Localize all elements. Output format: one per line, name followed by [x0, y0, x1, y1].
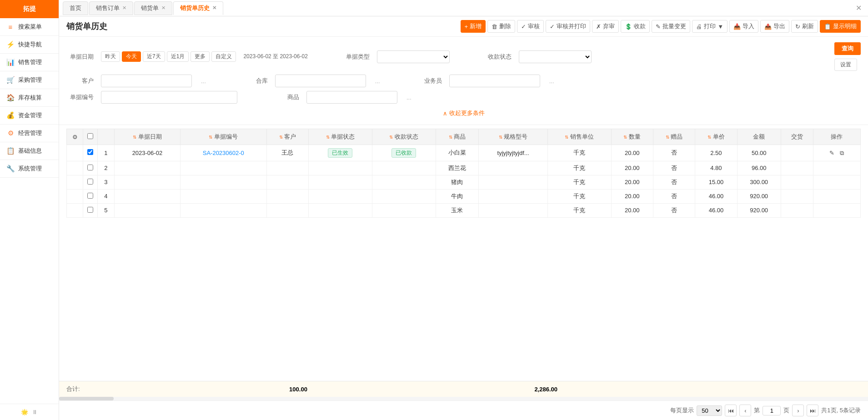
- doc-type-select[interactable]: [377, 50, 450, 63]
- tab-sales-order-close[interactable]: ✕: [122, 5, 126, 11]
- date-btn-7days[interactable]: 近7天: [143, 51, 165, 62]
- td-checkbox[interactable]: [83, 189, 98, 203]
- customer-dots[interactable]: ...: [201, 78, 206, 85]
- td-doc-no[interactable]: [180, 175, 266, 189]
- close-all-tabs-button[interactable]: ✕: [853, 4, 864, 12]
- audit-print-button[interactable]: ✓ 审核并打印: [546, 20, 590, 33]
- th-price[interactable]: ⇅ 单价: [695, 129, 737, 145]
- tab-delivery[interactable]: 销货单 ✕: [134, 1, 172, 15]
- row-checkbox[interactable]: [87, 179, 93, 185]
- th-doc-date[interactable]: ⇅ 单据日期: [114, 129, 180, 145]
- tab-sales-order[interactable]: 销售订单 ✕: [89, 1, 133, 15]
- operations-icon: ⚙: [6, 129, 15, 137]
- query-button[interactable]: 查询: [834, 42, 861, 55]
- date-btn-more[interactable]: 更多: [191, 51, 210, 62]
- audit-button[interactable]: ✓ 审核: [517, 20, 544, 33]
- tab-home[interactable]: 首页: [63, 1, 88, 15]
- date-btn-yesterday[interactable]: 昨天: [101, 51, 120, 62]
- purchase-icon: 🛒: [6, 76, 15, 84]
- td-checkbox[interactable]: [83, 203, 98, 217]
- th-qty[interactable]: ⇅ 数量: [611, 129, 653, 145]
- goods-dots[interactable]: ...: [406, 94, 411, 101]
- td-doc-no[interactable]: [180, 203, 266, 217]
- copy-action-button[interactable]: ⧉: [837, 148, 847, 158]
- page-input[interactable]: [763, 406, 781, 415]
- refresh-button[interactable]: ↻ 刷新: [791, 20, 818, 33]
- row-checkbox[interactable]: [87, 165, 93, 170]
- th-unit[interactable]: ⇅ 销售单位: [547, 129, 611, 145]
- date-btn-custom[interactable]: 自定义: [211, 51, 236, 62]
- th-customer[interactable]: ⇅ 客户: [266, 129, 308, 145]
- print-button[interactable]: 🖨 打印 ▼: [692, 20, 728, 33]
- tab-delivery-history-close[interactable]: ✕: [212, 5, 216, 11]
- td-action[interactable]: [813, 203, 860, 217]
- sidebar-footer-icon1[interactable]: 🌟: [21, 409, 28, 415]
- sidebar-item-system-mgmt[interactable]: 🔧 系统管理: [0, 160, 59, 178]
- td-spec: [479, 203, 548, 217]
- td-checkbox[interactable]: [83, 161, 98, 175]
- sidebar-item-search-menu[interactable]: ≡ 搜索菜单: [0, 18, 59, 36]
- batch-change-button[interactable]: ✎ 批量变更: [652, 20, 690, 33]
- td-doc-no[interactable]: [180, 161, 266, 175]
- th-goods[interactable]: ⇅ 商品: [436, 129, 479, 145]
- per-page-select[interactable]: 50 100 200: [697, 405, 722, 416]
- td-action[interactable]: [813, 161, 860, 175]
- sidebar-item-basic-info[interactable]: 📋 基础信息: [0, 142, 59, 160]
- sidebar-item-finance[interactable]: 💰 资金管理: [0, 107, 59, 125]
- row-checkbox[interactable]: [87, 193, 93, 199]
- scrollbar-thumb[interactable]: [59, 397, 114, 400]
- th-settings[interactable]: ⚙: [67, 129, 83, 145]
- last-page-button[interactable]: ⏭: [807, 405, 818, 416]
- row-checkbox[interactable]: [87, 149, 93, 155]
- pay-status-select[interactable]: [519, 50, 592, 63]
- sidebar-item-purchase-mgmt[interactable]: 🛒 采购管理: [0, 71, 59, 89]
- collect-button[interactable]: 💲 收款: [621, 20, 650, 33]
- new-button[interactable]: + 新增: [461, 20, 486, 33]
- th-spec[interactable]: ⇅ 规格型号: [479, 129, 548, 145]
- select-all-checkbox[interactable]: [87, 133, 93, 139]
- td-doc-no[interactable]: SA-20230602-0: [180, 145, 266, 161]
- td-action[interactable]: ✎⧉: [813, 145, 860, 161]
- first-page-button[interactable]: ⏮: [725, 405, 737, 416]
- pagination: 每页显示 50 100 200 ⏮ ‹ 第 页 › ⏭ 共1页, 5条记录: [59, 400, 868, 420]
- td-checkbox[interactable]: [83, 145, 98, 161]
- sidebar-item-operations[interactable]: ⚙ 经营管理: [0, 125, 59, 142]
- show-detail-button[interactable]: 📋 显示明细: [820, 20, 861, 33]
- delete-button[interactable]: 🗑 删除: [487, 20, 515, 33]
- customer-input[interactable]: [101, 75, 192, 87]
- warehouse-input[interactable]: [275, 75, 366, 87]
- date-btn-1month[interactable]: 近1月: [167, 51, 189, 62]
- th-checkbox[interactable]: [83, 129, 98, 145]
- abandon-button[interactable]: ✗ 弃审: [592, 20, 619, 33]
- th-pay-status[interactable]: ⇅ 收款状态: [372, 129, 436, 145]
- td-doc-no[interactable]: [180, 189, 266, 203]
- import-button[interactable]: 📥 导入: [729, 20, 758, 33]
- sidebar-item-inventory[interactable]: 🏠 库存核算: [0, 89, 59, 107]
- td-checkbox[interactable]: [83, 175, 98, 189]
- collapse-button[interactable]: ∧ 收起更多条件: [439, 107, 488, 119]
- staff-dots[interactable]: ...: [549, 78, 554, 85]
- td-settings: [67, 189, 83, 203]
- th-doc-status[interactable]: ⇅ 单据状态: [309, 129, 372, 145]
- warehouse-dots[interactable]: ...: [375, 78, 380, 85]
- th-gift[interactable]: ⇅ 赠品: [653, 129, 695, 145]
- staff-input[interactable]: [449, 75, 540, 87]
- td-action[interactable]: [813, 175, 860, 189]
- doc-no-input[interactable]: [101, 91, 237, 104]
- prev-page-button[interactable]: ‹: [739, 405, 751, 416]
- th-doc-no[interactable]: ⇅ 单据编号: [180, 129, 266, 145]
- date-btn-today[interactable]: 今天: [122, 51, 141, 62]
- sidebar-item-quick-nav[interactable]: ⚡ 快捷导航: [0, 36, 59, 54]
- set-button[interactable]: 设置: [834, 59, 857, 71]
- goods-input[interactable]: [306, 91, 397, 104]
- sidebar-footer-icon2[interactable]: ⏸: [32, 409, 38, 415]
- tab-delivery-history[interactable]: 销货单历史 ✕: [173, 1, 223, 15]
- tab-delivery-close[interactable]: ✕: [161, 5, 166, 11]
- export-button[interactable]: 📤 导出: [760, 20, 789, 33]
- next-page-button[interactable]: ›: [792, 405, 804, 416]
- sidebar-item-sales-mgmt[interactable]: 📊 销售管理: [0, 54, 59, 71]
- edit-action-button[interactable]: ✎: [827, 148, 837, 158]
- row-checkbox[interactable]: [87, 207, 93, 213]
- scrollbar-area[interactable]: [59, 397, 868, 400]
- td-action[interactable]: [813, 189, 860, 203]
